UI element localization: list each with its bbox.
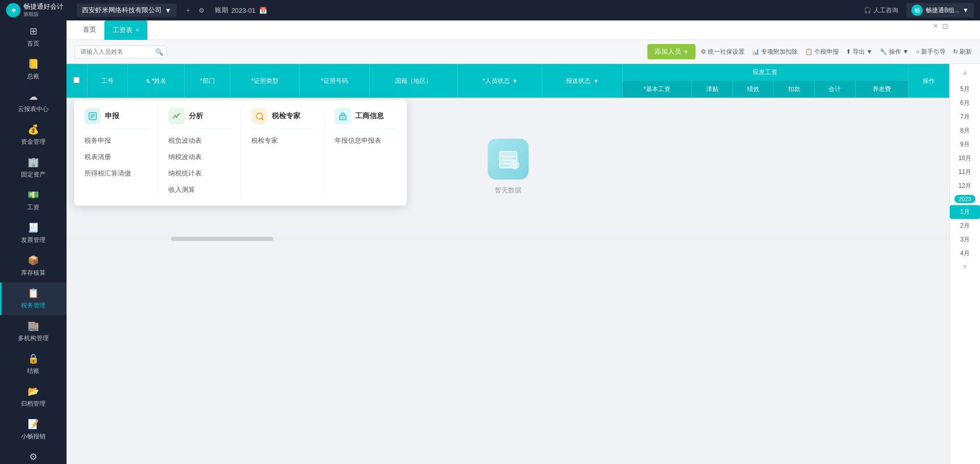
operations-btn[interactable]: 🔧 操作 ▼ <box>880 48 909 56</box>
section-header-analysis: 分析 <box>168 108 231 129</box>
user-dropdown-icon: ▼ <box>963 7 969 14</box>
sidebar-item-salary[interactable]: 💵 工资 <box>0 184 67 217</box>
search-input[interactable] <box>80 48 152 55</box>
sidebar-label-close-period: 结账 <box>27 367 39 375</box>
scrollbar-thumb[interactable] <box>171 237 273 241</box>
dropdown-section-business-info: 工商信息 年报信息申报表 <box>324 108 407 195</box>
sidebar-item-inventory[interactable]: 📦 库存核算 <box>0 250 67 282</box>
sidebar-item-archive[interactable]: 📂 归档管理 <box>0 381 67 413</box>
menu-tax-burden[interactable]: 税负波动表 <box>168 135 231 146</box>
svg-point-12 <box>177 114 179 116</box>
sidebar-item-tax[interactable]: 📋 税务管理 <box>0 282 67 315</box>
window-close-btn[interactable]: × <box>933 21 938 31</box>
tax-return-btn[interactable]: 📋 个税申报 <box>805 48 839 56</box>
company-dropdown-icon: ▼ <box>165 7 171 14</box>
th-allowance: 津贴 <box>692 81 733 98</box>
export-btn[interactable]: ⬆ 导出 ▼ <box>846 48 873 56</box>
service-button[interactable]: 🎧 人工咨询 <box>864 6 898 15</box>
settings-icon[interactable]: ⚙ <box>199 7 205 14</box>
multi-icon: 🏬 <box>28 320 39 332</box>
social-insurance-btn[interactable]: ⚙ 统一社保设置 <box>701 48 745 56</box>
section-header-tax-expert: 税检专家 <box>251 108 314 129</box>
calendar-scroll-up[interactable]: ▲ <box>950 66 980 78</box>
guide-label: 新手引导 <box>921 48 946 56</box>
sidebar-item-ledger[interactable]: 📒 总账 <box>0 53 67 86</box>
tax-return-icon: 📋 <box>805 48 813 55</box>
user-name: 畅捷通B组... <box>926 6 960 15</box>
sidebar-item-xiaochang[interactable]: 📝 小畅报销 <box>0 413 67 446</box>
svg-line-14 <box>262 118 263 120</box>
sidebar-item-invoice[interactable]: 🧾 发票管理 <box>0 217 67 250</box>
social-insurance-label: 统一社保设置 <box>708 48 745 56</box>
sidebar-item-assets[interactable]: 🏢 固定资产 <box>0 151 67 184</box>
menu-annual-report[interactable]: 年报信息申报表 <box>335 135 397 146</box>
calendar-month-4[interactable]: 4月 <box>950 247 980 260</box>
calendar-month-10[interactable]: 10月 <box>950 151 980 165</box>
add-company-btn[interactable]: ＋ <box>185 6 191 15</box>
tab-home[interactable]: 首页 <box>75 20 104 40</box>
calendar-month-6[interactable]: 6月 <box>950 96 980 110</box>
main-content: 首页 工资表 × 🔍 添加人员 ▼ ⚙ 统一社保设置 <box>67 20 980 464</box>
company-selector[interactable]: 西安虾米网络科技有限公司 ▼ <box>77 4 177 17</box>
th-checkbox <box>67 64 87 98</box>
data-table: 工号 ⇅ *姓名 *部门 *证照类型 *证照号码 国籍（地区） *人员状态 ▼ … <box>67 64 949 98</box>
search-icon[interactable]: 🔍 <box>155 48 163 56</box>
select-all-checkbox[interactable] <box>73 77 80 83</box>
tab-salary-table[interactable]: 工资表 × <box>104 20 147 40</box>
add-person-button[interactable]: 添加人员 ▼ <box>647 44 695 59</box>
calendar-year-badge[interactable]: 2023 <box>954 195 975 203</box>
menu-income-calc[interactable]: 收入测算 <box>168 184 231 195</box>
tax-expert-section-icon <box>251 108 268 124</box>
declaration-items: 税务申报 税表清册 所得税汇算清缴 <box>84 135 147 179</box>
menu-tax-stats[interactable]: 纳税统计表 <box>168 168 231 179</box>
sidebar-label-assets: 固定资产 <box>21 170 46 179</box>
sidebar-label-inventory: 库存核算 <box>21 269 46 277</box>
guide-btn[interactable]: ○ 新手引导 <box>916 48 946 56</box>
special-deduct-btn[interactable]: 📊 专项附加扣除 <box>752 48 798 56</box>
period-label: 账期 <box>215 6 228 15</box>
sidebar-label-xiaochang: 小畅报销 <box>21 432 46 441</box>
menu-tax-table[interactable]: 税表清册 <box>84 151 147 163</box>
calendar-month-7[interactable]: 7月 <box>950 110 980 124</box>
calendar-month-1-active[interactable]: 1月 <box>950 205 980 219</box>
menu-tax-payment[interactable]: 纳税波动表 <box>168 151 231 163</box>
app-subtitle: 旗舰版 <box>24 11 63 18</box>
horizontal-scrollbar[interactable] <box>67 236 949 242</box>
report-status-filter-icon[interactable]: ▼ <box>594 78 599 84</box>
calendar-month-9[interactable]: 9月 <box>950 138 980 151</box>
add-person-arrow: ▼ <box>683 49 688 55</box>
sidebar-item-cloud[interactable]: ☁ 云报表中心 <box>0 86 67 119</box>
no-data-svg <box>495 146 521 172</box>
person-status-filter-icon[interactable]: ▼ <box>512 78 517 84</box>
sort-icon: ⇅ <box>146 78 150 84</box>
calendar-icon[interactable]: 📅 <box>259 7 267 14</box>
menu-tax-declare[interactable]: 税务申报 <box>84 135 147 146</box>
sidebar: ⊞ 首页 📒 总账 ☁ 云报表中心 💰 资金管理 🏢 固定资产 💵 工资 🧾 发… <box>0 20 67 464</box>
sidebar-item-basic[interactable]: ⚙ 基础设置 <box>0 446 67 464</box>
window-maximize-btn[interactable]: ⊡ <box>942 22 948 30</box>
menu-income-settle[interactable]: 所得税汇算清缴 <box>84 168 147 179</box>
calendar-month-12[interactable]: 12月 <box>950 179 980 193</box>
calendar-scroll-down[interactable]: ▼ <box>950 260 980 273</box>
dropdown-sections: 申报 税务申报 税表清册 所得税汇算清缴 分析 <box>74 108 407 195</box>
section-header-business-info: 工商信息 <box>335 108 397 129</box>
sidebar-item-home[interactable]: ⊞ 首页 <box>0 20 67 53</box>
calendar-month-3[interactable]: 3月 <box>950 233 980 247</box>
refresh-btn[interactable]: ↻ 刷新 <box>953 48 972 56</box>
calendar-month-2[interactable]: 2月 <box>950 219 980 233</box>
sidebar-item-multi[interactable]: 🏬 多机构管理 <box>0 315 67 348</box>
sidebar-item-funds[interactable]: 💰 资金管理 <box>0 119 67 151</box>
calendar-month-5[interactable]: 5月 <box>950 82 980 96</box>
service-label: 人工咨询 <box>874 6 898 15</box>
calendar-month-11[interactable]: 11月 <box>950 165 980 179</box>
user-badge[interactable]: 畅 畅捷通B组... ▼ <box>906 3 974 17</box>
dropdown-section-analysis: 分析 税负波动表 纳税波动表 纳税统计表 收入测算 <box>158 108 241 195</box>
calendar-month-8[interactable]: 8月 <box>950 124 980 138</box>
tax-return-label: 个税申报 <box>814 48 839 56</box>
headphone-icon: 🎧 <box>864 7 872 14</box>
business-info-items: 年报信息申报表 <box>335 135 397 146</box>
th-report-status: 报送状态 ▼ <box>542 64 622 98</box>
tab-salary-close[interactable]: × <box>136 27 139 34</box>
menu-expert[interactable]: 税检专家 <box>251 135 314 146</box>
sidebar-item-close-period[interactable]: 🔒 结账 <box>0 348 67 381</box>
